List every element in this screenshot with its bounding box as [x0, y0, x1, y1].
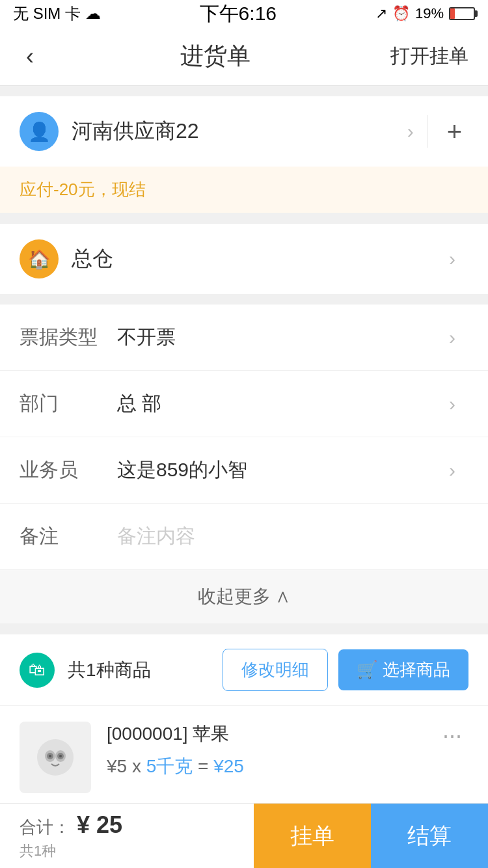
invoice-value: 不开票: [111, 324, 449, 351]
department-row[interactable]: 部门 总 部 ›: [0, 371, 488, 437]
collapse-label: 收起更多 ∧: [198, 586, 291, 606]
battery-text: 19%: [415, 5, 444, 22]
department-value: 总 部: [111, 390, 449, 417]
invoice-type-row[interactable]: 票据类型 不开票 ›: [0, 305, 488, 371]
status-time: 下午6:16: [200, 1, 277, 27]
salesperson-value: 这是859的小智: [111, 457, 449, 483]
open-hang-button[interactable]: 打开挂单: [390, 43, 468, 70]
warehouse-row[interactable]: 🏠 总仓 ›: [0, 223, 488, 294]
summary-count: 共1种: [20, 841, 234, 861]
product-thumb-owl-icon: [36, 738, 75, 777]
status-bar: 无 SIM 卡 ☁ 下午6:16 ↗ ⏰ 19%: [0, 0, 488, 27]
select-product-icon: 🛒: [357, 660, 377, 680]
select-product-label: 选择商品: [383, 658, 450, 681]
product-header: 🛍 共1种商品 修改明细 🛒 选择商品: [0, 634, 488, 705]
product-total: ¥25: [213, 756, 244, 776]
location-icon: ↗: [375, 5, 387, 22]
battery-icon: [449, 7, 475, 20]
product-quantity: 5千克: [146, 756, 193, 776]
warehouse-icon: 🏠: [20, 239, 59, 278]
product-code: [0000001]: [107, 724, 188, 744]
department-chevron-icon: ›: [449, 393, 455, 415]
separator-3: [0, 294, 488, 305]
product-price: ¥5: [107, 756, 127, 776]
product-thumbnail: [20, 722, 91, 793]
avatar-icon: 👤: [28, 121, 51, 142]
status-left: 无 SIM 卡 ☁: [13, 3, 101, 24]
svg-point-5: [49, 755, 51, 757]
separator-1: [0, 86, 488, 96]
sim-status: 无 SIM 卡 ☁: [13, 3, 101, 24]
select-product-button[interactable]: 🛒 选择商品: [338, 649, 468, 690]
nav-bar: ‹ 进货单 打开挂单: [0, 27, 488, 86]
separator-2: [0, 213, 488, 223]
product-item: [0000001] 苹果 ¥5 x 5千克 = ¥25 ···: [0, 705, 488, 809]
separator-4: [0, 623, 488, 634]
product-multiply: x: [132, 756, 146, 776]
salesperson-chevron-icon: ›: [449, 459, 455, 481]
page-title: 进货单: [180, 40, 251, 72]
salesperson-label: 业务员: [20, 457, 111, 483]
salesperson-row[interactable]: 业务员 这是859的小智 ›: [0, 437, 488, 504]
warehouse-chevron-icon: ›: [449, 248, 455, 270]
product-more-button[interactable]: ···: [436, 722, 468, 749]
supplier-name: 河南供应商22: [72, 117, 407, 146]
edit-detail-button[interactable]: 修改明细: [223, 649, 328, 691]
divider: [427, 115, 427, 148]
product-equals: =: [198, 756, 213, 776]
alarm-icon: ⏰: [392, 5, 410, 22]
invoice-label: 票据类型: [20, 324, 111, 351]
remark-label: 备注: [20, 523, 111, 550]
notice-bar: 应付-20元，现结: [0, 167, 488, 213]
product-info: [0000001] 苹果 ¥5 x 5千克 = ¥25: [107, 722, 436, 779]
department-label: 部门: [20, 390, 111, 417]
form-section: 票据类型 不开票 › 部门 总 部 › 业务员 这是859的小智 › 备注 备注…: [0, 305, 488, 570]
total-amount: ¥ 25: [77, 811, 122, 839]
product-count-icon: 🛍: [20, 653, 55, 688]
supplier-row[interactable]: 👤 河南供应商22 › +: [0, 96, 488, 167]
hang-button[interactable]: 挂单: [254, 804, 371, 868]
status-right: ↗ ⏰ 19%: [375, 5, 475, 22]
total-label: 合计：: [20, 816, 70, 839]
supplier-chevron-icon: ›: [407, 120, 414, 142]
warehouse-name: 总仓: [72, 245, 449, 273]
notice-text: 应付-20元，现结: [20, 180, 146, 199]
invoice-chevron-icon: ›: [449, 327, 455, 349]
summary-total: 合计： ¥ 25: [20, 811, 234, 839]
bottom-summary: 合计： ¥ 25 共1种: [0, 804, 254, 868]
cart-icon: 🛍: [29, 660, 46, 680]
bottom-bar: 合计： ¥ 25 共1种 挂单 结算: [0, 803, 488, 868]
remark-value[interactable]: 备注内容: [111, 523, 468, 550]
svg-point-6: [59, 755, 62, 757]
product-count-text: 共1种商品: [68, 658, 223, 683]
supplier-section: 👤 河南供应商22 › + 应付-20元，现结: [0, 96, 488, 213]
svg-point-0: [37, 739, 74, 776]
collapse-button[interactable]: 收起更多 ∧: [0, 570, 488, 623]
supplier-avatar: 👤: [20, 112, 59, 151]
product-name: [0000001] 苹果: [107, 722, 436, 746]
checkout-button[interactable]: 结算: [371, 804, 488, 868]
product-title: 苹果: [193, 724, 229, 744]
warehouse-symbol: 🏠: [28, 249, 51, 270]
back-button[interactable]: ‹: [20, 36, 40, 77]
remark-row[interactable]: 备注 备注内容: [0, 504, 488, 570]
product-price-line: ¥5 x 5千克 = ¥25: [107, 754, 436, 779]
add-button[interactable]: +: [441, 117, 468, 146]
